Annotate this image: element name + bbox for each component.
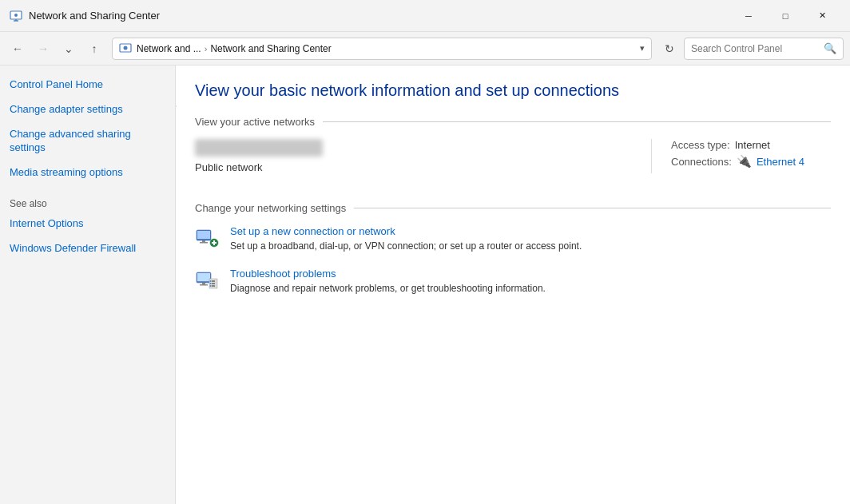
address-path: Network and ... › Network and Sharing Ce… xyxy=(137,43,332,54)
sidebar-item-advanced-sharing[interactable]: Change advanced sharing settings xyxy=(10,128,165,155)
svg-point-5 xyxy=(124,46,128,50)
app-icon xyxy=(10,10,22,22)
sidebar-item-media-streaming[interactable]: Media streaming options xyxy=(10,166,165,180)
see-also-header: See also xyxy=(10,198,165,209)
main-layout: Control Panel Home Change adapter settin… xyxy=(0,65,850,504)
access-type-label: Access type: xyxy=(671,139,730,151)
svg-rect-8 xyxy=(197,231,210,239)
forward-button[interactable]: → xyxy=(32,38,54,60)
setup-connection-text: Set up a new connection or network Set u… xyxy=(230,225,582,252)
maximize-button[interactable]: □ xyxy=(767,4,804,28)
refresh-button[interactable]: ↻ xyxy=(658,38,681,60)
access-type-row: Access type: Internet xyxy=(671,139,831,151)
ethernet-link[interactable]: Ethernet 4 xyxy=(757,156,804,168)
title-bar: Network and Sharing Center ─ □ ✕ xyxy=(0,0,850,32)
address-dropdown-button[interactable]: ▾ xyxy=(640,43,645,54)
active-networks-section-header: View your active networks xyxy=(195,116,831,128)
sidebar-item-control-panel-home[interactable]: Control Panel Home xyxy=(10,78,165,92)
svg-rect-9 xyxy=(202,240,205,242)
arrow-annotation xyxy=(176,97,192,196)
active-networks-label: View your active networks xyxy=(195,116,315,128)
window-controls: ─ □ ✕ xyxy=(730,4,840,28)
content-area: View your basic network information and … xyxy=(176,65,850,504)
active-networks-divider xyxy=(323,121,831,122)
search-bar[interactable]: 🔍 xyxy=(684,38,844,60)
troubleshoot-text: Troubleshoot problems Diagnose and repai… xyxy=(230,268,546,294)
network-card: Public network Access type: Internet Con… xyxy=(195,139,831,186)
svg-rect-16 xyxy=(202,283,205,284)
connections-label: Connections: xyxy=(671,156,732,168)
address-bar[interactable]: Network and ... › Network and Sharing Ce… xyxy=(112,38,652,60)
sidebar-item-change-adapter[interactable]: Change adapter settings xyxy=(10,103,165,117)
setup-connection-link[interactable]: Set up a new connection or network xyxy=(230,225,582,237)
nav-bar: ← → ⌄ ↑ Network and ... › Network and Sh… xyxy=(0,32,850,65)
search-icon: 🔍 xyxy=(824,42,836,54)
networking-settings-section-header: Change your networking settings xyxy=(195,202,831,214)
svg-rect-17 xyxy=(200,284,208,286)
page-title: View your basic network information and … xyxy=(195,81,831,100)
svg-rect-10 xyxy=(200,242,208,244)
window-title: Network and Sharing Center xyxy=(29,10,730,22)
access-type-value: Internet xyxy=(735,139,770,151)
troubleshoot-item: Troubleshoot problems Diagnose and repai… xyxy=(195,268,831,294)
svg-rect-15 xyxy=(197,273,210,281)
sidebar: Control Panel Home Change adapter settin… xyxy=(0,65,176,504)
troubleshoot-icon xyxy=(195,268,220,293)
troubleshoot-desc: Diagnose and repair network problems, or… xyxy=(230,283,546,294)
back-button[interactable]: ← xyxy=(6,38,29,60)
network-section-divider xyxy=(651,139,652,173)
close-button[interactable]: ✕ xyxy=(804,4,840,28)
setup-connection-icon xyxy=(195,225,220,251)
sidebar-item-internet-options[interactable]: Internet Options xyxy=(10,217,165,231)
address-bar-icon xyxy=(119,42,132,55)
setup-connection-item: Set up a new connection or network Set u… xyxy=(195,225,831,252)
network-name-blurred xyxy=(195,139,323,157)
troubleshoot-link[interactable]: Troubleshoot problems xyxy=(230,268,546,280)
minimize-button[interactable]: ─ xyxy=(730,4,767,28)
up-level-button[interactable]: ↑ xyxy=(83,38,105,60)
networking-settings-divider xyxy=(354,208,831,208)
svg-point-19 xyxy=(210,283,212,284)
network-left: Public network xyxy=(195,139,632,173)
network-type: Public network xyxy=(195,161,263,173)
networking-settings-label: Change your networking settings xyxy=(195,202,346,214)
svg-point-18 xyxy=(210,280,212,282)
ethernet-icon: 🔌 xyxy=(737,154,752,169)
svg-point-20 xyxy=(210,285,212,287)
sidebar-item-windows-defender[interactable]: Windows Defender Firewall xyxy=(10,242,165,256)
search-input[interactable] xyxy=(691,43,819,54)
setup-connection-desc: Set up a broadband, dial-up, or VPN conn… xyxy=(230,240,582,252)
svg-point-3 xyxy=(14,14,18,17)
connections-row: Connections: 🔌 Ethernet 4 xyxy=(671,154,831,169)
network-right: Access type: Internet Connections: 🔌 Eth… xyxy=(671,139,831,173)
recent-pages-button[interactable]: ⌄ xyxy=(58,38,80,60)
